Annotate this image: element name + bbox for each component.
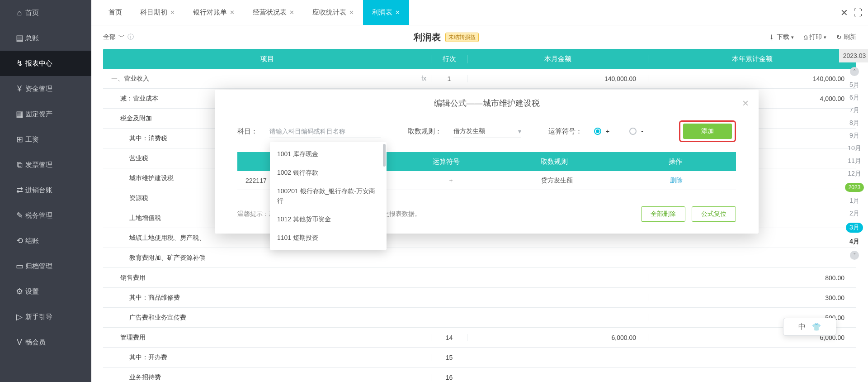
ime-lang: 中 bbox=[798, 322, 806, 332]
row-delete[interactable]: 删除 bbox=[617, 177, 736, 185]
subject-suggest: 1001 库存现金1002 银行存款100201 银行存款_银行存款-万安商行1… bbox=[270, 142, 387, 250]
subject-label: 科目： bbox=[237, 127, 258, 136]
add-button-highlight: 添加 bbox=[679, 120, 736, 142]
suggest-option[interactable]: 100201 银行存款_银行存款-万安商行 bbox=[270, 182, 387, 210]
delete-all-button[interactable]: 全部删除 bbox=[641, 206, 685, 222]
rule-select[interactable]: 借方发生额 ▾ bbox=[453, 124, 521, 138]
add-button[interactable]: 添加 bbox=[683, 124, 732, 139]
suggest-option[interactable]: 1001 库存现金 bbox=[270, 145, 387, 163]
radio-minus[interactable] bbox=[629, 128, 637, 135]
mcol-rule: 取数规则 bbox=[493, 158, 614, 166]
mcol-action: 操作 bbox=[615, 158, 736, 166]
subject-input[interactable] bbox=[269, 124, 381, 138]
mcol-operator: 运算符号 bbox=[399, 158, 494, 166]
reset-button[interactable]: 公式复位 bbox=[692, 206, 736, 222]
close-icon[interactable]: × bbox=[742, 97, 749, 110]
rule-label: 取数规则： bbox=[408, 127, 442, 136]
modal-title: 编辑公式——城市维护建设税 bbox=[434, 98, 540, 109]
modal-header: 编辑公式——城市维护建设税 × bbox=[215, 90, 759, 117]
operator-label: 运算符号： bbox=[548, 127, 582, 136]
rule-value: 借方发生额 bbox=[453, 127, 485, 135]
minus-label: - bbox=[641, 128, 643, 135]
suggest-option[interactable]: 1101 短期投资 bbox=[270, 229, 387, 247]
plus-label: + bbox=[606, 128, 609, 135]
row-rule: 贷方发生额 bbox=[497, 177, 617, 185]
ime-icon: 👕 bbox=[812, 323, 821, 331]
scrollbar[interactable] bbox=[383, 144, 386, 167]
row-operator: + bbox=[405, 177, 497, 184]
radio-plus[interactable] bbox=[594, 128, 601, 135]
ime-bar[interactable]: 中 👕 bbox=[783, 318, 836, 336]
suggest-option[interactable]: 1012 其他货币资金 bbox=[270, 210, 387, 229]
suggest-option[interactable]: 1002 银行存款 bbox=[270, 163, 387, 182]
chevron-down-icon: ▾ bbox=[518, 128, 521, 135]
